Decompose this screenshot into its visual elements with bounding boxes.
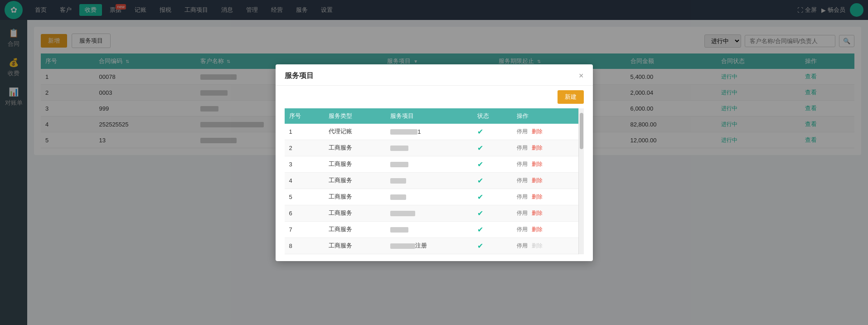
delete-button[interactable]: 删除 [532, 243, 543, 249]
modal-new-button[interactable]: 新建 [558, 90, 584, 104]
table-row: 2 工商服务 ✔ 停用 删除 [285, 140, 578, 156]
cell-status: ✔ [473, 221, 512, 238]
cell-action: 停用 删除 [512, 205, 578, 221]
table-row: 3 工商服务 ✔ 停用 删除 [285, 156, 578, 172]
cell-item [386, 221, 473, 238]
stop-button[interactable]: 停用 [517, 145, 528, 151]
table-row: 4 工商服务 ✔ 停用 删除 [285, 172, 578, 189]
modal-col-item: 服务项目 [386, 108, 473, 124]
modal-body: 序号 服务类型 服务项目 状态 操作 1 代理记账 1 ✔ 停用 删除 2 工商… [276, 108, 593, 261]
table-row: 7 工商服务 ✔ 停用 删除 [285, 221, 578, 238]
stop-button[interactable]: 停用 [517, 243, 528, 249]
cell-action: 停用 删除 [512, 221, 578, 238]
scrollbar-thumb [580, 113, 583, 149]
stop-button[interactable]: 停用 [517, 226, 528, 233]
cell-no: 2 [285, 140, 324, 156]
cell-status: ✔ [473, 205, 512, 221]
cell-type: 工商服务 [324, 140, 386, 156]
modal-overlay[interactable]: 服务项目 × 新建 序号 服务类型 服务项目 状态 操作 [0, 0, 868, 325]
cell-no: 3 [285, 156, 324, 172]
table-row: 5 工商服务 ✔ 停用 删除 [285, 189, 578, 205]
delete-button[interactable]: 删除 [532, 161, 543, 167]
cell-type: 工商服务 [324, 172, 386, 189]
modal-col-status: 状态 [473, 108, 512, 124]
delete-button[interactable]: 删除 [532, 145, 543, 151]
delete-button[interactable]: 删除 [532, 177, 543, 184]
stop-button[interactable]: 停用 [517, 177, 528, 184]
cell-no: 8 [285, 238, 324, 254]
table-row: 1 代理记账 1 ✔ 停用 删除 [285, 124, 578, 140]
stop-button[interactable]: 停用 [517, 128, 528, 135]
cell-type: 代理记账 [324, 124, 386, 140]
scrollbar[interactable] [578, 108, 584, 254]
stop-button[interactable]: 停用 [517, 210, 528, 216]
cell-item: 1 [386, 124, 473, 140]
cell-status: ✔ [473, 140, 512, 156]
cell-action: 停用 删除 [512, 156, 578, 172]
modal-header: 服务项目 × [276, 64, 593, 86]
cell-status: ✔ [473, 124, 512, 140]
cell-action: 停用 删除 [512, 124, 578, 140]
cell-no: 7 [285, 221, 324, 238]
cell-type: 工商服务 [324, 189, 386, 205]
cell-status: ✔ [473, 156, 512, 172]
cell-item [386, 156, 473, 172]
modal-col-no: 序号 [285, 108, 324, 124]
stop-button[interactable]: 停用 [517, 161, 528, 167]
table-row: 6 工商服务 ✔ 停用 删除 [285, 205, 578, 221]
cell-status: ✔ [473, 238, 512, 254]
modal-col-type: 服务类型 [324, 108, 386, 124]
cell-type: 工商服务 [324, 205, 386, 221]
cell-type: 工商服务 [324, 221, 386, 238]
cell-no: 4 [285, 172, 324, 189]
cell-item [386, 140, 473, 156]
cell-action: 停用 删除 [512, 189, 578, 205]
modal-col-action: 操作 [512, 108, 578, 124]
cell-status: ✔ [473, 172, 512, 189]
delete-button[interactable]: 删除 [532, 194, 543, 200]
delete-button[interactable]: 删除 [532, 128, 543, 135]
table-row: 8 工商服务 注册 ✔ 停用 删除 [285, 238, 578, 254]
cell-action: 停用 删除 [512, 140, 578, 156]
cell-status: ✔ [473, 189, 512, 205]
delete-button[interactable]: 删除 [532, 226, 543, 233]
cell-action: 停用 删除 [512, 172, 578, 189]
modal-title: 服务项目 [285, 71, 314, 81]
cell-item [386, 205, 473, 221]
cell-type: 工商服务 [324, 238, 386, 254]
delete-button[interactable]: 删除 [532, 210, 543, 216]
cell-item: 注册 [386, 238, 473, 254]
cell-no: 1 [285, 124, 324, 140]
cell-item [386, 189, 473, 205]
modal-toolbar: 新建 [276, 86, 593, 108]
cell-type: 工商服务 [324, 156, 386, 172]
cell-action: 停用 删除 [512, 238, 578, 254]
cell-no: 5 [285, 189, 324, 205]
cell-no: 6 [285, 205, 324, 221]
stop-button[interactable]: 停用 [517, 194, 528, 200]
modal-close-button[interactable]: × [579, 72, 584, 80]
cell-item [386, 172, 473, 189]
service-items-table: 序号 服务类型 服务项目 状态 操作 1 代理记账 1 ✔ 停用 删除 2 工商… [285, 108, 578, 254]
service-modal: 服务项目 × 新建 序号 服务类型 服务项目 状态 操作 [276, 64, 593, 261]
